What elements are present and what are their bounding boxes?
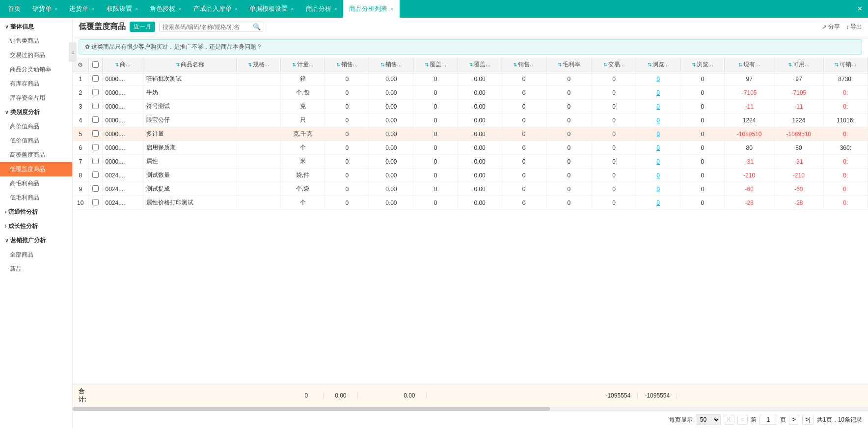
col-available[interactable]: ⇅可用... <box>774 57 824 72</box>
row-browse1[interactable]: 0 <box>636 86 680 100</box>
search-icon[interactable]: 🔍 <box>253 23 261 30</box>
sidebar-item-low-coverage[interactable]: 低覆盖度商品 <box>0 162 72 176</box>
sort-icon-9: ⇅ <box>513 62 517 67</box>
row-browse1[interactable]: 0 <box>636 114 680 127</box>
col-unit[interactable]: ⇅计量... <box>281 57 325 72</box>
col-code[interactable]: ⇅商... <box>102 57 143 72</box>
row-cover1: 0 <box>413 100 458 114</box>
row-checkbox[interactable] <box>88 182 102 196</box>
sidebar-section-marketing[interactable]: ∨ 营销推广分析 <box>0 233 72 248</box>
sidebar-collapse-button[interactable]: « <box>69 42 77 62</box>
row-checkbox[interactable] <box>88 196 102 210</box>
row-spec <box>236 114 280 127</box>
nav-tab-product[interactable]: 产成品入库单 × <box>188 0 244 18</box>
nav-tab-role[interactable]: 角色授权 × <box>144 0 187 18</box>
nav-tab-home[interactable]: 首页 <box>2 0 27 18</box>
nav-tab-template[interactable]: 单据模板设置 × <box>244 0 299 18</box>
total-current: -1095554 <box>598 392 638 399</box>
col-current[interactable]: ⇅现有... <box>725 57 774 72</box>
row-cover2: 0.00 <box>458 72 502 86</box>
row-browse1[interactable]: 0 <box>636 127 680 141</box>
row-browse1[interactable]: 0 <box>636 141 680 155</box>
row-checkbox[interactable] <box>88 72 102 86</box>
col-sellable[interactable]: ⇅可销... <box>823 57 868 72</box>
sidebar-item-high-coverage[interactable]: 高覆盖度商品 <box>0 148 72 162</box>
col-cover1[interactable]: ⇅覆盖... <box>413 57 458 72</box>
col-browse1[interactable]: ⇅浏览... <box>636 57 680 72</box>
col-cover2[interactable]: ⇅覆盖... <box>458 57 502 72</box>
row-checkbox[interactable] <box>88 114 102 127</box>
sidebar-item-traded-goods[interactable]: 交易过的商品 <box>0 48 72 62</box>
page-number-input[interactable] <box>760 415 777 425</box>
sidebar-item-low-profit[interactable]: 低毛利商品 <box>0 191 72 205</box>
sidebar-item-all-goods[interactable]: 全部商品 <box>0 248 72 262</box>
per-page-select[interactable]: 50 20 100 200 <box>696 414 721 425</box>
sidebar-section-flow[interactable]: › 流通性分析 <box>0 205 72 219</box>
row-browse1[interactable]: 0 <box>636 182 680 196</box>
row-checkbox[interactable] <box>88 155 102 169</box>
close-tab-product[interactable]: × <box>235 6 238 12</box>
row-checkbox[interactable] <box>88 127 102 141</box>
next-page-button[interactable]: > <box>789 415 799 425</box>
sidebar-item-new-goods[interactable]: 新品 <box>0 262 72 276</box>
nav-tab-purchase[interactable]: 进货单 × <box>63 0 100 18</box>
window-close-button[interactable]: × <box>854 4 866 13</box>
col-gross[interactable]: ⇅毛利率 <box>546 57 592 72</box>
sidebar-section-growth[interactable]: › 成长性分析 <box>0 219 72 233</box>
col-sales2[interactable]: ⇅销售... <box>502 57 546 72</box>
last-page-button[interactable]: >| <box>802 415 814 425</box>
sidebar-item-in-stock[interactable]: 有库存商品 <box>0 77 72 91</box>
sidebar-section-overview[interactable]: ∨ 整体信息 <box>0 20 72 34</box>
col-spec[interactable]: ⇅规格... <box>236 57 280 72</box>
sidebar-item-sales-goods[interactable]: 销售类商品 <box>0 34 72 48</box>
row-browse1[interactable]: 0 <box>636 100 680 114</box>
select-all-checkbox[interactable] <box>92 61 99 68</box>
first-page-button[interactable]: K <box>724 415 734 425</box>
row-browse1[interactable]: 0 <box>636 196 680 210</box>
row-checkbox[interactable] <box>88 100 102 114</box>
close-tab-analysis-list[interactable]: × <box>390 6 393 12</box>
col-sales-qty[interactable]: ⇅销售... <box>325 57 369 72</box>
row-trade: 0 <box>592 114 636 127</box>
nav-tab-analysis[interactable]: 商品分析 × <box>300 0 343 18</box>
row-sales2: 0 <box>502 127 546 141</box>
row-browse1[interactable]: 0 <box>636 72 680 86</box>
prev-page-button[interactable]: < <box>737 415 748 425</box>
close-tab-analysis[interactable]: × <box>334 6 337 12</box>
data-table: ⚙ ⇅商... ⇅商品名称 ⇅ <box>73 57 868 210</box>
row-name: 属性价格打印测试 <box>143 196 237 210</box>
row-browse1[interactable]: 0 <box>636 155 680 169</box>
search-input[interactable] <box>163 24 251 30</box>
row-checkbox[interactable] <box>88 141 102 155</box>
export-button[interactable]: ↓ 导出 <box>846 23 862 31</box>
col-trade[interactable]: ⇅交易... <box>592 57 636 72</box>
close-tab-permission[interactable]: × <box>135 6 138 12</box>
close-tab-sales[interactable]: × <box>54 6 57 12</box>
close-tab-template[interactable]: × <box>291 6 294 12</box>
row-checkbox[interactable] <box>88 86 102 100</box>
sidebar-item-category-rate[interactable]: 商品分类动销率 <box>0 62 72 77</box>
col-sales-amt[interactable]: ⇅销售... <box>369 57 413 72</box>
sidebar-item-high-value[interactable]: 高价值商品 <box>0 119 72 134</box>
close-tab-role[interactable]: × <box>178 6 181 12</box>
row-browse1[interactable]: 0 <box>636 169 680 182</box>
row-checkbox[interactable] <box>88 169 102 182</box>
sidebar-section-category[interactable]: ∨ 类别度分析 <box>0 105 72 119</box>
share-button[interactable]: ↗ 分享 <box>822 23 840 31</box>
sidebar-item-high-profit[interactable]: 高毛利商品 <box>0 176 72 191</box>
sidebar-item-low-value[interactable]: 低价值商品 <box>0 134 72 148</box>
row-available: -1089510 <box>774 127 824 141</box>
row-sales-qty: 0 <box>325 169 369 182</box>
nav-tab-permission[interactable]: 权限设置 × <box>101 0 144 18</box>
col-browse2[interactable]: ⇅浏览... <box>680 57 725 72</box>
close-tab-purchase[interactable]: × <box>91 6 94 12</box>
data-table-wrapper[interactable]: ⚙ ⇅商... ⇅商品名称 ⇅ <box>73 57 868 384</box>
sidebar-item-capital[interactable]: 库存资金占用 <box>0 91 72 105</box>
period-button[interactable]: 近一月 <box>130 22 155 32</box>
nav-tab-sales[interactable]: 销货单 × <box>27 0 63 18</box>
settings-icon[interactable]: ⚙ <box>78 61 83 68</box>
col-name[interactable]: ⇅商品名称 <box>143 57 237 72</box>
col-checkbox[interactable] <box>88 57 102 72</box>
nav-tab-analysis-list[interactable]: 商品分析列表 × <box>343 0 399 18</box>
row-gross: 0 <box>546 114 592 127</box>
